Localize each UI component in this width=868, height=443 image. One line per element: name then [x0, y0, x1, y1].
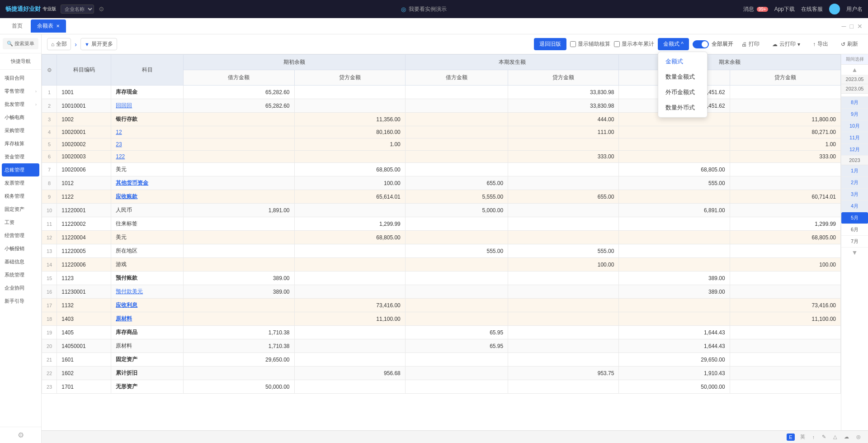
table-row[interactable]: 6 10020003 122 333.00 333.00	[42, 151, 841, 163]
export-button[interactable]: ↑ 导出	[808, 38, 833, 50]
table-row[interactable]: 7 10020006 美元 68,805.00 68,805.00	[42, 163, 841, 176]
settings-icon[interactable]: ⚙	[47, 67, 52, 73]
sidebar-item-operations[interactable]: 经营管理	[2, 229, 39, 242]
company-select[interactable]: 企业名称	[61, 5, 94, 14]
table-row[interactable]: 2 10010001 回回回 65,282.60 33,830.98 31,45…	[42, 99, 841, 113]
table-row[interactable]: 22 1602 累计折旧 956.68 953.75 1,910.43	[42, 367, 841, 380]
table-row[interactable]: 14 11220006 游戏 100.00 100.00	[42, 258, 841, 272]
cell-subject[interactable]: 23	[111, 138, 184, 151]
breadcrumb-arrow-icon[interactable]: ›	[75, 41, 77, 48]
show-assist-input[interactable]	[570, 41, 576, 47]
period-month-3[interactable]: 3月	[841, 189, 868, 200]
bottom-icon-triangle[interactable]: △	[831, 433, 839, 441]
maximize-btn[interactable]: □	[850, 23, 854, 30]
user-avatar[interactable]	[829, 4, 840, 14]
sidebar-item-ecommerce[interactable]: 小畅电商	[2, 111, 39, 124]
sidebar-item-quick-nav[interactable]: 快捷导航	[0, 55, 41, 67]
period-nav-up[interactable]: ▲	[841, 65, 868, 75]
period-month-5[interactable]: 5月	[841, 212, 868, 224]
table-row[interactable]: 3 1002 银行存款 11,356.00 444.00 11,800.00	[42, 113, 841, 126]
table-row[interactable]: 16 11230001 预付款美元 389.00 389.00	[42, 285, 841, 299]
table-row[interactable]: 19 1405 库存商品 1,710.38 65.95 1,644.43	[42, 326, 841, 339]
sidebar-item-purchase[interactable]: 采购管理	[2, 124, 39, 137]
table-row[interactable]: 23 1701 无形资产 50,000.00 50,000.00	[42, 380, 841, 394]
message-btn[interactable]: 消息 99+	[743, 5, 768, 13]
sidebar-item-payroll[interactable]: 工资	[2, 216, 39, 229]
tab-balance[interactable]: 余额表 ✕	[31, 19, 66, 33]
show-assist-checkbox[interactable]: 显示辅助核算	[570, 40, 610, 48]
cell-subject[interactable]: 122	[111, 151, 184, 163]
demo-link[interactable]: ◎ 我要看实例演示	[401, 5, 447, 13]
table-row[interactable]: 17 1132 应收利息 73,416.00 73,416.00	[42, 299, 841, 312]
dropdown-item-qty-amount[interactable]: 数量金额式	[658, 69, 707, 85]
cell-subject[interactable]: 其他货币资金	[111, 176, 184, 190]
print-button[interactable]: 🖨 打印	[737, 38, 764, 50]
table-row[interactable]: 10 11220001 人民币 1,891.00 5,000.00 6,891.…	[42, 204, 841, 217]
period-month-6[interactable]: 6月	[841, 224, 868, 236]
sidebar-item-assets[interactable]: 固定资产	[2, 203, 39, 216]
sidebar-item-system[interactable]: 系统管理	[2, 268, 39, 281]
table-row[interactable]: 1 1001 库存现金 65,282.60 33,830.98 31,451.6…	[42, 86, 841, 99]
table-row[interactable]: 5 10020002 23 1.00 1.00	[42, 138, 841, 151]
app-download-btn[interactable]: App下载	[774, 5, 795, 13]
bottom-icon-upload[interactable]: ↑	[811, 433, 817, 441]
period-month-4[interactable]: 4月	[841, 200, 868, 212]
table-row[interactable]: 8 1012 其他货币资金 100.00 655.00 555.00	[42, 176, 841, 190]
period-nav-down[interactable]: ▼	[841, 248, 868, 257]
period-month-2[interactable]: 2月	[841, 177, 868, 189]
amount-style-button[interactable]: 金额式 ^	[658, 38, 689, 50]
sidebar-item-sales[interactable]: 小畅报销	[2, 242, 39, 255]
table-row[interactable]: 13 11220005 所在地区 555.00 555.00	[42, 244, 841, 258]
minimize-btn[interactable]: ─	[842, 23, 846, 30]
cell-subject[interactable]: 12	[111, 126, 184, 138]
dropdown-item-qty-foreign[interactable]: 数量外币式	[658, 100, 707, 115]
return-old-version-button[interactable]: 退回旧版	[534, 38, 566, 50]
tab-home[interactable]: 首页	[5, 19, 29, 33]
table-row[interactable]: 9 1122 应收账款 65,614.01 5,555.00 655.00 60…	[42, 190, 841, 204]
bottom-icon-lang[interactable]: 英	[798, 433, 807, 441]
cloud-print-button[interactable]: ☁ 云打印 ▾	[768, 38, 805, 50]
bottom-icon-edit[interactable]: ✎	[820, 433, 828, 441]
table-row[interactable]: 18 1403 原材料 11,100.00 11,100.00	[42, 312, 841, 326]
period-month-9[interactable]: 9月	[841, 109, 868, 120]
sidebar-item-tax[interactable]: 税务管理	[2, 190, 39, 203]
tab-close-icon[interactable]: ✕	[56, 24, 60, 29]
bottom-icon-circle[interactable]: ◎	[854, 433, 863, 441]
period-month-12[interactable]: 12月	[841, 144, 868, 156]
period-up-btn[interactable]: ▲	[852, 66, 858, 73]
sidebar-item-basic[interactable]: 基础信息	[2, 255, 39, 268]
show-ytd-checkbox[interactable]: 显示本年累计	[614, 40, 654, 48]
sidebar-settings-icon[interactable]: ⚙	[0, 427, 41, 443]
cell-subject[interactable]: 回回回	[111, 99, 184, 113]
th-settings[interactable]: ⚙	[42, 55, 57, 86]
dropdown-item-amount[interactable]: 金额式	[658, 54, 707, 69]
period-month-8[interactable]: 8月	[841, 97, 868, 109]
sidebar-item-capital[interactable]: 资金管理	[2, 150, 39, 163]
cell-subject[interactable]: 原材料	[111, 312, 184, 326]
period-month-10[interactable]: 10月	[841, 120, 868, 132]
period-down-btn[interactable]: ▼	[852, 249, 858, 256]
expand-more-btn[interactable]: ▼ 展开更多	[80, 38, 117, 50]
settings-icon[interactable]: ⚙	[99, 5, 104, 13]
period-month-7[interactable]: 7月	[841, 236, 868, 248]
breadcrumb-all-btn[interactable]: ⌂ 全部	[47, 38, 71, 50]
bottom-icon-cloud[interactable]: ☁	[842, 433, 851, 441]
sidebar-item-invoice[interactable]: 发票管理	[2, 176, 39, 190]
table-row[interactable]: 4 10020001 12 80,160.00 111.00 80,271.00	[42, 126, 841, 138]
bottom-icon-e[interactable]: E	[787, 433, 794, 441]
period-month-11[interactable]: 11月	[841, 132, 868, 144]
cell-subject[interactable]: 应收利息	[111, 299, 184, 312]
table-row[interactable]: 20 14050001 原材料 1,710.38 65.95 1,644.43	[42, 339, 841, 353]
sidebar-item-wholesale[interactable]: 批发管理 ›	[2, 98, 39, 111]
refresh-button[interactable]: ↺ 刷新	[836, 38, 863, 50]
period-month-1[interactable]: 1月	[841, 165, 868, 177]
sidebar-item-project[interactable]: 项目合同	[2, 71, 39, 85]
toggle-switch-control[interactable]	[693, 40, 709, 48]
search-menu-button[interactable]: 🔍 搜索菜单	[3, 38, 38, 49]
sidebar-item-guide[interactable]: 新手引导	[2, 295, 39, 308]
expand-all-toggle[interactable]: 全部展开	[693, 40, 733, 48]
close-btn[interactable]: ✕	[857, 23, 863, 30]
sidebar-item-inventory[interactable]: 库存核算	[2, 137, 39, 150]
online-service-btn[interactable]: 在线客服	[801, 5, 823, 13]
sidebar-item-ledger[interactable]: 总账管理	[2, 163, 39, 176]
